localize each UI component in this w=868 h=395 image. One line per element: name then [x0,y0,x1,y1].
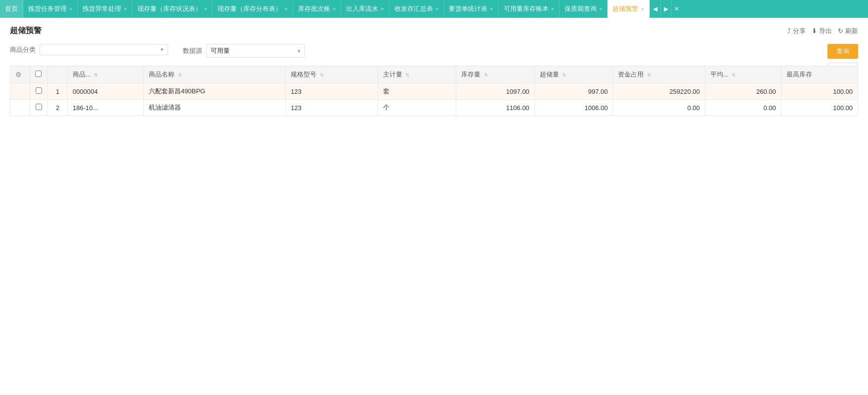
td-product-code: 0000004 [68,83,144,100]
sort-icon: ⇅ [178,72,182,78]
row-checkbox[interactable] [36,104,42,110]
close-icon[interactable]: × [381,6,384,12]
th-settings: ⚙ [10,66,30,83]
sort-icon: ⇅ [647,72,651,78]
page-title: 超储预警 [10,26,42,36]
th-unit[interactable]: 主计量 ⇅ [378,66,456,83]
category-label: 商品分类 [10,45,36,54]
td-stock: 1097.00 [456,83,535,100]
query-button[interactable]: 查询 [827,44,858,59]
sort-icon: ⇅ [732,72,736,78]
nav-item-order-stats[interactable]: 要货单统计表 × [444,0,498,18]
td-stock: 1106.00 [456,100,535,116]
close-icon[interactable]: × [124,6,127,12]
table-wrapper: ⚙ 商品... ⇅ 商品名称 ⇅ 规格型号 [10,66,858,116]
category-filter: 商品分类 ▾ [10,44,168,55]
nav-item-squeeze-task[interactable]: 拣货任务管理 × [23,0,78,18]
top-navigation: 首页 拣货任务管理 × 拣货异常处理 × 现存量（库存状况表） × 现存量（库存… [0,0,868,18]
th-stock[interactable]: 库存量 ⇅ [456,66,535,83]
th-avg[interactable]: 平均... ⇅ [705,66,781,83]
table-body: 1 0000004 六配套新昌490BPG 123 套 1097.00 997.… [10,83,858,116]
td-unit: 个 [378,100,456,116]
header-actions: ⤴ 分享 ⬇ 导出 ↻ 刷新 [787,27,858,36]
datasource-select[interactable]: 可用量 ▾ [206,44,305,58]
close-icon[interactable]: × [551,6,554,12]
th-spec[interactable]: 规格型号 ⇅ [286,66,378,83]
close-icon[interactable]: × [435,6,438,12]
table-header: ⚙ 商品... ⇅ 商品名称 ⇅ 规格型号 [10,66,858,83]
td-max-stock: 100.00 [781,100,858,116]
nav-item-home[interactable]: 首页 [0,0,23,18]
td-capital: 259220.00 [613,83,705,100]
table-row: 2 186-10... 机油滤清器 123 个 1106.00 1006.00 … [10,100,858,116]
td-rownum: 2 [48,100,68,116]
datasource-filter: 数据源 可用量 ▾ [183,44,305,58]
nav-item-squeeze-abnormal[interactable]: 拣货异常处理 × [78,0,132,18]
th-max-stock[interactable]: 最高库存 [781,66,858,83]
td-product-name: 机油滤清器 [144,100,286,116]
chevron-down-icon: ▾ [161,46,164,53]
category-select[interactable]: ▾ [40,44,168,55]
export-button[interactable]: ⬇ 导出 [812,27,832,36]
td-max-stock: 100.00 [781,83,858,100]
filter-row: 商品分类 ▾ 数据源 可用量 ▾ [10,44,858,58]
datasource-label: 数据源 [183,46,202,55]
td-product-code: 186-10... [68,100,144,116]
th-checkbox [30,66,48,83]
sort-icon: ⇅ [562,72,566,78]
nav-item-recv-send-summary[interactable]: 收发存汇总表 × [390,0,444,18]
td-checkbox [30,83,48,100]
filter-section: 商品分类 ▾ 数据源 可用量 ▾ 查询 设置 [10,44,858,58]
close-icon[interactable]: × [490,6,493,12]
page-header: 超储预警 ⤴ 分享 ⬇ 导出 ↻ 刷新 [10,26,858,36]
nav-item-inventory-status[interactable]: 现存量（库存状况表） × [132,0,213,18]
td-avg: 0.00 [705,100,781,116]
close-icon[interactable]: × [69,6,72,12]
td-checkbox [30,100,48,116]
td-settings [10,83,30,100]
th-capital[interactable]: 资金占用 ⇅ [613,66,705,83]
datasource-select-value: 可用量 [211,46,230,55]
nav-item-overstock-warning[interactable]: 超储预警 × [608,0,649,18]
nav-prev-arrow[interactable]: ◀ [650,0,660,18]
th-product-name[interactable]: 商品名称 ⇅ [144,66,286,83]
td-spec: 123 [286,83,378,100]
row-checkbox[interactable] [36,87,42,94]
nav-item-quality-period[interactable]: 保质期查询 × [560,0,608,18]
th-rownum [48,66,68,83]
close-icon[interactable]: × [333,6,336,12]
refresh-button[interactable]: ↻ 刷新 [838,27,858,36]
sort-icon: ⇅ [320,72,324,78]
select-all-checkbox[interactable] [35,71,42,77]
share-icon: ⤴ [787,27,791,35]
sort-icon: ⇅ [405,72,409,78]
close-icon[interactable]: × [599,6,602,12]
td-product-name: 六配套新昌490BPG [144,83,286,100]
data-table: ⚙ 商品... ⇅ 商品名称 ⇅ 规格型号 [10,66,858,116]
nav-next-arrow[interactable]: ▶ [660,0,671,18]
td-overstock: 1006.00 [534,100,613,116]
close-icon[interactable]: × [284,6,287,12]
share-button[interactable]: ⤴ 分享 [787,27,806,36]
nav-close-arrow[interactable]: ✕ [671,0,682,18]
td-spec: 123 [286,100,378,116]
sort-icon: ⇅ [484,72,488,78]
td-settings [10,100,30,116]
th-overstock[interactable]: 超储量 ⇅ [534,66,613,83]
chevron-down-icon: ▾ [298,48,301,54]
nav-item-inventory-batch[interactable]: 库存批次账 × [293,0,341,18]
td-avg: 260.00 [705,83,781,100]
th-product-code[interactable]: 商品... ⇅ [68,66,144,83]
td-rownum: 1 [48,83,68,100]
close-icon[interactable]: × [204,6,207,12]
td-unit: 套 [378,83,456,100]
header-row: ⚙ 商品... ⇅ 商品名称 ⇅ 规格型号 [10,66,858,83]
nav-item-in-out-flow[interactable]: 出入库流水 × [341,0,389,18]
gear-icon[interactable]: ⚙ [15,71,22,79]
nav-item-inventory-dist[interactable]: 现存量（库存分布表） × [213,0,293,18]
export-icon: ⬇ [812,27,817,35]
close-icon[interactable]: × [641,6,644,12]
td-overstock: 997.00 [534,83,613,100]
nav-item-available-inventory[interactable]: 可用量库存账本 × [499,0,560,18]
sort-icon: ⇅ [94,72,98,78]
